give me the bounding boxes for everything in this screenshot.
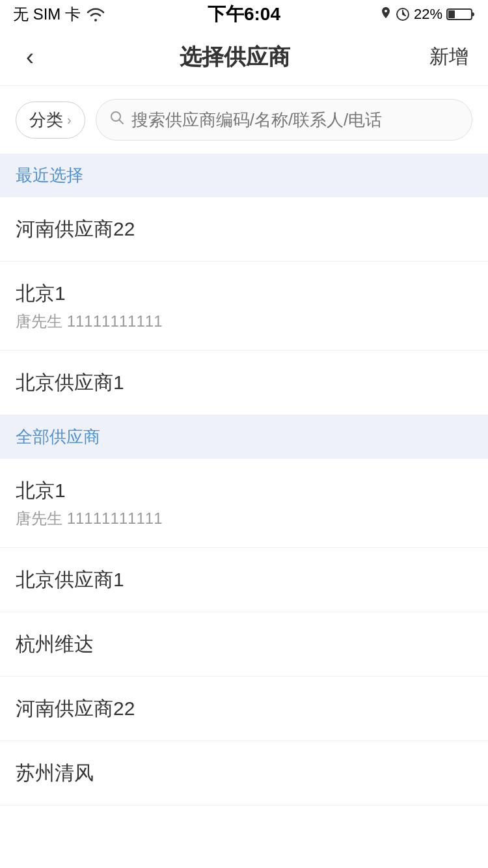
filter-area: 分类 › [0,86,488,154]
all-section-label: 全部供应商 [16,427,100,446]
all-item-4-name: 苏州清风 [16,759,472,787]
carrier-text: 无 SIM 卡 [13,4,81,25]
search-box[interactable] [96,99,472,141]
all-item-0-sub: 唐先生 11111111111 [16,508,472,529]
clock-icon [396,7,410,21]
location-icon [380,7,392,21]
all-item-4[interactable]: 苏州清风 [0,741,488,806]
nav-bar: ‹ 选择供应商 新增 [0,29,488,86]
recent-item-0[interactable]: 河南供应商22 [0,197,488,262]
category-label: 分类 [29,109,63,131]
recent-item-0-name: 河南供应商22 [16,215,472,243]
add-button[interactable]: 新增 [429,44,468,70]
svg-rect-2 [448,10,455,18]
recent-item-2[interactable]: 北京供应商1 [0,351,488,415]
back-button[interactable]: ‹ [20,37,40,77]
status-right: 22% [380,6,475,23]
category-button[interactable]: 分类 › [16,102,85,139]
status-bar: 无 SIM 卡 下午6:04 22% [0,0,488,29]
battery-icon [446,7,475,21]
all-item-0-name: 北京1 [16,477,472,504]
chevron-right-icon: › [67,113,72,128]
wifi-icon [86,7,105,21]
recent-item-1-name: 北京1 [16,280,472,307]
all-item-1[interactable]: 北京供应商1 [0,548,488,612]
recent-section-label: 最近选择 [16,165,83,185]
all-list: 北京1 唐先生 11111111111 北京供应商1 杭州维达 河南供应商22 … [0,459,488,806]
all-item-3-name: 河南供应商22 [16,695,472,722]
search-icon [109,110,125,130]
all-item-1-name: 北京供应商1 [16,566,472,593]
all-item-3[interactable]: 河南供应商22 [0,677,488,741]
status-time: 下午6:04 [208,2,280,27]
all-section-header: 全部供应商 [0,415,488,459]
all-item-2[interactable]: 杭州维达 [0,612,488,677]
recent-list: 河南供应商22 北京1 唐先生 11111111111 北京供应商1 [0,197,488,415]
all-item-0[interactable]: 北京1 唐先生 11111111111 [0,459,488,548]
recent-item-2-name: 北京供应商1 [16,369,472,396]
all-item-2-name: 杭州维达 [16,631,472,658]
recent-item-1-sub: 唐先生 11111111111 [16,311,472,332]
page-title: 选择供应商 [180,42,290,72]
recent-item-1[interactable]: 北京1 唐先生 11111111111 [0,262,488,351]
search-input[interactable] [131,110,459,130]
recent-section-header: 最近选择 [0,154,488,197]
battery-text: 22% [414,6,442,23]
status-left: 无 SIM 卡 [13,4,105,25]
